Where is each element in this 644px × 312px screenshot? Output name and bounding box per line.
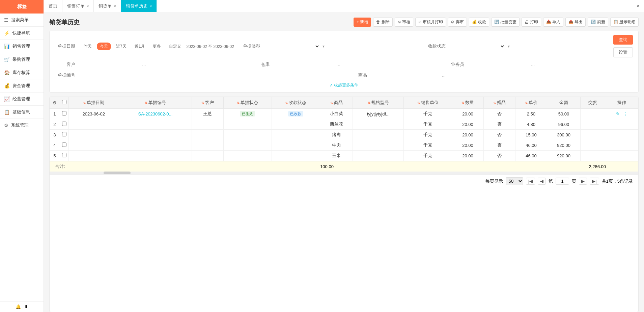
receipt-status-badge: 已收款 bbox=[288, 111, 303, 116]
cell-customer bbox=[192, 130, 223, 140]
docno-input[interactable] bbox=[81, 72, 148, 79]
sort-date-icon[interactable]: ⇅ bbox=[83, 101, 86, 105]
col-date: ⇅单据日期 bbox=[68, 97, 119, 109]
sidebar-item-purchase-mgmt[interactable]: 🛒 采购管理 bbox=[0, 53, 44, 66]
col-price: ⇅单价 bbox=[515, 97, 547, 109]
goods-ellipsis[interactable]: ... bbox=[442, 73, 446, 78]
more-btn[interactable]: ⋮ bbox=[623, 111, 627, 116]
sidebar-item-search-menu[interactable]: ☰ 搜索菜单 bbox=[0, 14, 44, 27]
filter-collapse-btn[interactable]: ∧ 收起更多条件 bbox=[55, 82, 633, 88]
sort-qty-icon[interactable]: ⇅ bbox=[461, 101, 464, 105]
cell-price: 4.80 bbox=[515, 119, 547, 130]
sort-price-icon[interactable]: ⇅ bbox=[525, 101, 528, 105]
sidebar-item-operations[interactable]: 📈 经营管理 bbox=[0, 93, 44, 106]
salesperson-input[interactable] bbox=[470, 61, 529, 68]
row-checkbox[interactable] bbox=[62, 111, 66, 115]
export-button[interactable]: 📤 导出 bbox=[565, 18, 586, 27]
sidebar-bottom-icon2[interactable]: ⏸ bbox=[24, 304, 28, 309]
sort-docstatus-icon[interactable]: ⇅ bbox=[237, 101, 240, 105]
table-scrollbar[interactable] bbox=[50, 172, 638, 174]
date-tag-7days[interactable]: 近7天 bbox=[113, 43, 130, 50]
scrollbar-thumb[interactable] bbox=[104, 172, 131, 174]
abandon-button[interactable]: ⊘ 弃审 bbox=[448, 18, 467, 27]
row-checkbox[interactable] bbox=[62, 153, 66, 157]
customer-ellipsis[interactable]: ... bbox=[142, 62, 146, 67]
cell-qty: 20.00 bbox=[452, 119, 483, 130]
tab-sales-delivery-close[interactable]: × bbox=[114, 4, 116, 8]
sort-customer-icon[interactable]: ⇅ bbox=[201, 101, 204, 105]
per-page-select[interactable]: 50 100 bbox=[506, 177, 523, 185]
prev-page-btn[interactable]: ◀ bbox=[538, 178, 546, 185]
receipt-status-select[interactable] bbox=[451, 42, 505, 50]
sidebar-item-system-mgmt[interactable]: ⚙ 系统管理 bbox=[0, 119, 44, 132]
delete-button[interactable]: 🗑 删除 bbox=[373, 18, 392, 27]
date-filter-field: 昨天 今天 近7天 近1月 更多 自定义 2023-06-02 至 2023-0… bbox=[81, 43, 235, 50]
next-page-btn[interactable]: ▶ bbox=[579, 178, 587, 185]
cell-doc-status bbox=[223, 119, 272, 130]
new-button[interactable]: + 新增 bbox=[354, 18, 371, 27]
row-checkbox[interactable] bbox=[62, 122, 66, 126]
date-tag-yesterday[interactable]: 昨天 bbox=[81, 43, 95, 50]
tab-sales-order-close[interactable]: × bbox=[87, 4, 89, 8]
sort-receiptstatus-icon[interactable]: ⇅ bbox=[285, 101, 288, 105]
cell-date: 2023-06-02 bbox=[68, 109, 119, 119]
footer-total-qty: 100.00 bbox=[71, 164, 584, 169]
sidebar-item-inventory[interactable]: 🏠 库存核算 bbox=[0, 66, 44, 79]
tab-sales-history-close[interactable]: × bbox=[150, 4, 152, 8]
last-page-btn[interactable]: ▶| bbox=[590, 178, 599, 185]
batch-change-button[interactable]: 🔄 批量变更 bbox=[491, 18, 520, 27]
print-button[interactable]: 🖨 打印 bbox=[522, 18, 541, 27]
customer-input[interactable] bbox=[81, 61, 140, 68]
tab-sales-order[interactable]: 销售订单 × bbox=[62, 0, 94, 12]
select-all-checkbox[interactable] bbox=[62, 100, 66, 104]
basic-info-icon: 📋 bbox=[4, 109, 10, 115]
goods-input[interactable] bbox=[372, 72, 440, 79]
sidebar-item-quick-nav[interactable]: ⚡ 快捷导航 bbox=[0, 27, 44, 40]
sidebar-bottom-icon1[interactable]: 🔔 bbox=[16, 304, 21, 309]
date-tag-1month[interactable]: 近1月 bbox=[132, 43, 148, 50]
tab-home[interactable]: 首页 bbox=[44, 0, 62, 12]
import-button[interactable]: 📥 导入 bbox=[543, 18, 563, 27]
cell-no: 3 bbox=[50, 130, 60, 140]
date-tag-today[interactable]: 今天 bbox=[97, 43, 111, 50]
sort-docno-icon[interactable]: ⇅ bbox=[145, 101, 147, 105]
edit-btn[interactable]: ✎ bbox=[616, 111, 620, 116]
tabs-close-all[interactable]: ✕ bbox=[632, 3, 644, 8]
row-checkbox[interactable] bbox=[62, 142, 66, 147]
sort-unit-icon[interactable]: ⇅ bbox=[417, 101, 420, 105]
cell-docno: SA-20230602-0... bbox=[119, 109, 192, 119]
date-tag-more[interactable]: 更多 bbox=[150, 43, 164, 50]
sort-gift-icon[interactable]: ⇅ bbox=[493, 101, 496, 105]
warehouse-input[interactable] bbox=[275, 61, 334, 68]
cell-checkbox bbox=[60, 130, 68, 140]
audit-button[interactable]: ⊙ 审核 bbox=[395, 18, 413, 27]
receive-button[interactable]: 💰 收款 bbox=[469, 18, 489, 27]
cell-checkbox bbox=[60, 119, 68, 130]
col-gift: ⇅赠品 bbox=[483, 97, 515, 109]
refresh-button[interactable]: 🔃 刷新 bbox=[588, 18, 608, 27]
warehouse-ellipsis[interactable]: ... bbox=[336, 62, 340, 67]
show-detail-button[interactable]: 📋 显示明细 bbox=[610, 18, 639, 27]
cell-doc-status bbox=[223, 151, 272, 161]
audit-print-button[interactable]: ⊙ 审核并打印 bbox=[415, 18, 446, 27]
salesperson-ellipsis[interactable]: ... bbox=[531, 62, 535, 67]
tab-sales-history[interactable]: 销货单历史 × bbox=[121, 0, 157, 12]
cell-goods: 玉米 bbox=[320, 151, 353, 161]
sort-goods-icon[interactable]: ⇅ bbox=[330, 101, 333, 105]
query-button[interactable]: 查询 bbox=[613, 35, 633, 45]
sidebar-item-sales-mgmt[interactable]: 📊 销售管理 bbox=[0, 40, 44, 53]
cell-amount: 920.00 bbox=[547, 151, 580, 161]
sidebar-item-finance[interactable]: 💰 资金管理 bbox=[0, 79, 44, 93]
date-tag-custom[interactable]: 自定义 bbox=[166, 43, 184, 50]
docno-link[interactable]: SA-20230602-0... bbox=[138, 111, 172, 116]
sidebar-item-basic-info[interactable]: 📋 基础信息 bbox=[0, 106, 44, 119]
setting-button[interactable]: 设置 bbox=[613, 47, 633, 57]
doc-status-badge: 已生效 bbox=[240, 111, 255, 116]
table-settings-icon[interactable]: ⚙ bbox=[53, 100, 57, 105]
page-number-input[interactable] bbox=[556, 178, 569, 185]
first-page-btn[interactable]: |◀ bbox=[526, 178, 535, 185]
row-checkbox[interactable] bbox=[62, 132, 66, 136]
tab-sales-delivery[interactable]: 销货单 × bbox=[94, 0, 121, 12]
sort-spec-icon[interactable]: ⇅ bbox=[368, 101, 370, 105]
type-filter-select[interactable] bbox=[266, 42, 320, 50]
